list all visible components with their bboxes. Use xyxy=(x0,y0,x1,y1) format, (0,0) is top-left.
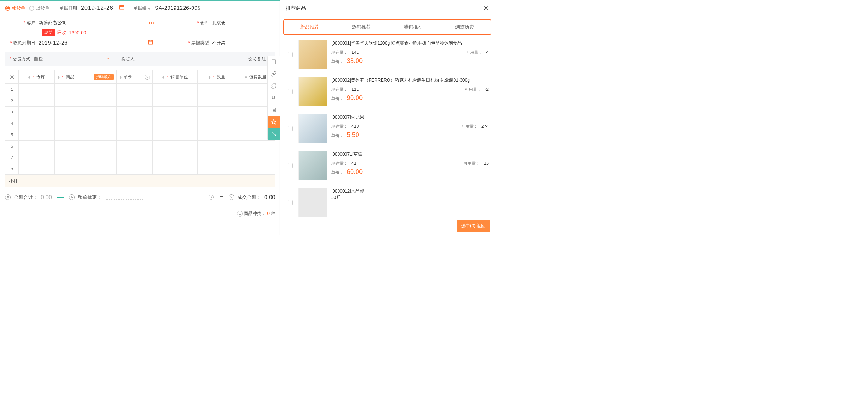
calendar-icon[interactable] xyxy=(146,39,155,46)
product-item[interactable]: [00000071]草莓 现存量：41 可用量：13 单价：60.00 xyxy=(283,147,491,184)
equals-icon: = xyxy=(217,194,225,201)
remark-label: 交货备注 xyxy=(247,56,269,62)
total-value: 0.00 xyxy=(41,194,52,201)
table-row[interactable]: 1 xyxy=(5,84,275,95)
calendar-icon[interactable] xyxy=(117,4,126,12)
refresh-icon[interactable] xyxy=(268,80,280,92)
yen-icon: ¥ xyxy=(5,194,11,200)
left-panel: 销货单 退货单 单据日期 2019-12-26 单据编号 SA-20191226… xyxy=(0,0,280,235)
col-unit[interactable]: ▲▼*销售单位 xyxy=(153,70,197,84)
rp-tabs: 新品推荐热销推荐滞销推荐浏览历史 xyxy=(283,19,491,35)
doc-no-label: 单据编号 xyxy=(133,5,151,11)
prod-count-value: 0 xyxy=(267,211,270,216)
minus-icon: — xyxy=(55,193,66,201)
product-info: [0000007]火龙果 现存量：410 可用量：274 单价：5.50 xyxy=(331,114,489,143)
delivery-method-select[interactable]: 自提 xyxy=(33,56,116,62)
radio-icon xyxy=(29,6,34,11)
doc-date-value[interactable]: 2019-12-26 xyxy=(81,5,113,11)
checkbox[interactable] xyxy=(286,114,294,143)
top-bar: 销货单 退货单 单据日期 2019-12-26 单据编号 SA-20191226… xyxy=(0,1,280,15)
tab-return[interactable]: 退货单 xyxy=(29,5,49,11)
row-index: 2 xyxy=(5,95,19,106)
product-info: [0000001]华美华夫软饼1200g 糕点零食小吃手撕面包早餐休闲食品 现存… xyxy=(331,40,489,69)
checkbox[interactable] xyxy=(286,77,294,106)
svg-rect-1 xyxy=(148,40,153,44)
checkbox[interactable] xyxy=(286,188,294,217)
duedate-row: *收款到期日 2019-12-26 *票据类型 不开票 xyxy=(0,37,280,49)
side-tools xyxy=(268,56,280,140)
product-title: [0000007]火龙果 xyxy=(331,114,489,121)
row-index: 1 xyxy=(5,84,19,95)
delivery-method-value: 自提 xyxy=(33,56,43,62)
table-row[interactable]: 4 xyxy=(5,118,275,129)
product-image xyxy=(299,114,328,143)
duedate-label: 收款到期日 xyxy=(13,40,35,45)
star-icon[interactable] xyxy=(268,116,280,128)
product-item[interactable]: [0000001]华美华夫软饼1200g 糕点零食小吃手撕面包早餐休闲食品 现存… xyxy=(283,36,491,73)
rp-title: 推荐商品 xyxy=(286,5,306,12)
user-icon[interactable] xyxy=(268,92,280,104)
table-row[interactable]: 6 xyxy=(5,141,275,152)
product-title: [0000012]水晶梨50斤 xyxy=(331,188,489,200)
col-product[interactable]: ▲▼*商品扫码录入 xyxy=(55,70,117,84)
warehouse-value[interactable]: 北京仓 xyxy=(212,20,275,26)
tab-sales[interactable]: 销货单 xyxy=(5,5,25,11)
col-warehouse[interactable]: ▲▼*仓库 xyxy=(19,70,55,84)
product-title: [0000002]费列罗（FERRERO）巧克力礼盒装生日礼物 礼盒装01-30… xyxy=(331,77,489,84)
gear-icon[interactable] xyxy=(5,70,19,84)
rp-tab[interactable]: 浏览历史 xyxy=(439,20,491,34)
select-return-button[interactable]: 选中(0) 返回 xyxy=(457,220,490,232)
table-row[interactable]: 3 xyxy=(5,106,275,118)
product-image xyxy=(299,151,328,180)
product-info: [0000012]水晶梨50斤 xyxy=(331,188,489,217)
table-header: ▲▼*仓库 ▲▼*商品扫码录入 ▲▼单价? ▲▼*销售单位 ▲▼*数量 ▲▼包装… xyxy=(5,70,275,84)
link-icon[interactable] xyxy=(268,68,280,80)
duedate-value[interactable]: 2019-12-26 xyxy=(38,40,146,46)
delivery-bar: *交货方式 自提 提货人 交货备注 xyxy=(5,52,275,66)
rp-tab[interactable]: 滞销推荐 xyxy=(387,20,439,34)
customer-value[interactable]: 新盛商贸公司 xyxy=(38,20,102,26)
total-label: 金额合计： xyxy=(14,194,38,200)
more-icon[interactable]: ••• xyxy=(149,21,161,26)
prod-count-label: 商品种类： xyxy=(244,211,266,216)
expand-icon[interactable] xyxy=(268,128,280,140)
scan-badge[interactable]: 扫码录入 xyxy=(94,74,114,80)
table-row[interactable]: 7 xyxy=(5,152,275,163)
deal-label: 成交金额： xyxy=(238,194,261,200)
product-item[interactable]: [0000007]火龙果 现存量：410 可用量：274 单价：5.50 xyxy=(283,110,491,147)
product-item[interactable]: [0000012]水晶梨50斤 xyxy=(283,184,491,217)
note-icon[interactable] xyxy=(268,56,280,68)
recommended-panel: 推荐商品 ✕ 新品推荐热销推荐滞销推荐浏览历史 [0000001]华美华夫软饼1… xyxy=(280,0,494,235)
rp-footer: 选中(0) 返回 xyxy=(281,217,494,235)
help-icon[interactable]: ? xyxy=(145,74,150,79)
help-icon[interactable]: ? xyxy=(209,195,214,200)
money-icon[interactable] xyxy=(268,104,280,116)
product-image xyxy=(299,77,328,106)
checkbox[interactable] xyxy=(286,40,294,69)
svg-rect-0 xyxy=(120,6,124,9)
close-icon[interactable]: ✕ xyxy=(483,4,489,12)
rp-tab[interactable]: 新品推荐 xyxy=(284,20,336,34)
discount-input[interactable] xyxy=(105,195,143,200)
svg-point-2 xyxy=(11,76,13,78)
receivable: 应收: 1390.00 xyxy=(57,30,86,36)
col-qty[interactable]: ▲▼*数量 xyxy=(197,70,236,84)
invoice-type-value[interactable]: 不开票 xyxy=(212,40,275,46)
tab-sales-label: 销货单 xyxy=(12,5,25,11)
product-item[interactable]: [0000002]费列罗（FERRERO）巧克力礼盒装生日礼物 礼盒装01-30… xyxy=(283,73,491,110)
checkbox[interactable] xyxy=(286,151,294,180)
product-image xyxy=(299,188,328,217)
rp-tab[interactable]: 热销推荐 xyxy=(336,20,388,34)
footer-bar: ¥ 金额合计： 0.00 — ✎ 整单优惠： ? = ☞ 成交金额： 0.00 xyxy=(5,193,275,201)
table-row[interactable]: 8 xyxy=(5,163,275,175)
rp-list: [0000001]华美华夫软饼1200g 糕点零食小吃手撕面包早餐休闲食品 现存… xyxy=(281,35,494,217)
table-row[interactable]: 2 xyxy=(5,95,275,106)
row-index: 5 xyxy=(5,129,19,140)
invoice-type-label: 票据类型 xyxy=(191,40,209,45)
col-price[interactable]: ▲▼单价? xyxy=(117,70,153,84)
hand-icon: ☞ xyxy=(228,194,234,200)
customer-label: 客户 xyxy=(27,20,35,25)
table-row[interactable]: 5 xyxy=(5,129,275,141)
svg-point-4 xyxy=(273,96,275,98)
row-index: 3 xyxy=(5,106,19,118)
